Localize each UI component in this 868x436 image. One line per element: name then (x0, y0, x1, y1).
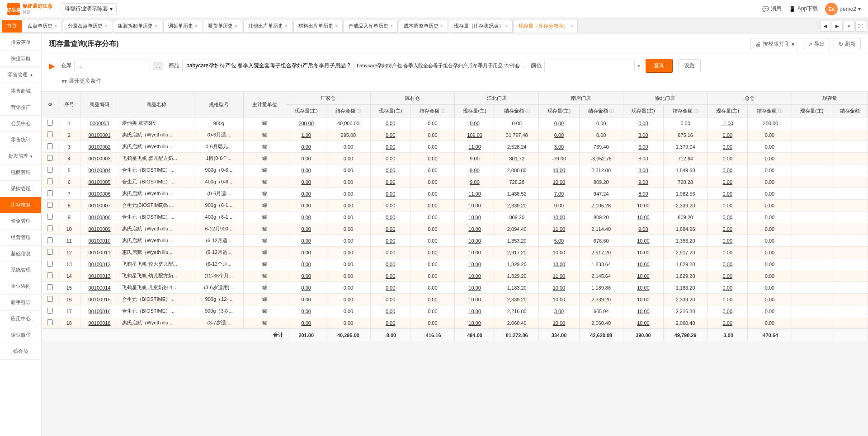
cell-code[interactable]: 00100011 (80, 247, 119, 258)
cell-cl-cur[interactable]: 0.00 (370, 141, 410, 153)
cell-code[interactable]: 00100002 (80, 141, 119, 153)
cell-jb-cur[interactable]: 109.00 (454, 129, 495, 141)
cell-tot-cur[interactable]: 0.00 (708, 247, 748, 258)
cell-code[interactable]: 00100014 (80, 282, 119, 294)
cell-cl-cur[interactable]: 0.00 (370, 117, 410, 129)
cell-f-cur[interactable]: 0.00 (286, 235, 326, 247)
cell-jb-cur[interactable]: 10.00 (454, 247, 495, 258)
goods-input[interactable] (182, 60, 354, 72)
tot-amt-info-icon[interactable]: ⓘ (778, 108, 783, 113)
cell-cl-cur[interactable]: 0.00 (370, 176, 410, 188)
app-download-btn[interactable]: 📱 App下载 (789, 5, 818, 13)
cell-na-cur[interactable]: 3.00 (539, 305, 579, 317)
sidebar-item-system[interactable]: 系统管理 (0, 262, 41, 278)
cell-yb-cur[interactable]: 10.00 (623, 282, 663, 294)
tab-home[interactable]: 首页 (2, 20, 22, 33)
sidebar-item-member[interactable]: 会员中心 (0, 116, 41, 132)
cell-jb-cur[interactable]: 10.00 (454, 305, 495, 317)
cell-tot-cur[interactable]: 0.00 (708, 270, 748, 282)
sidebar-item-marketing[interactable]: 营销推广 (0, 99, 41, 116)
sidebar-item-retail-mgmt[interactable]: 零售管理 ▲ (0, 67, 41, 83)
cell-checkbox[interactable] (42, 129, 58, 141)
cell-cl-cur[interactable]: 0.00 (370, 235, 410, 247)
cell-jb-cur[interactable]: 9.00 (454, 176, 495, 188)
cell-cl-cur[interactable]: 0.00 (370, 200, 410, 211)
cell-na-cur[interactable]: 5.00 (539, 235, 579, 247)
sidebar-item-operations[interactable]: 经营管理 (0, 230, 41, 246)
cell-tot-cur[interactable]: 0.00 (708, 200, 748, 211)
cell-f-cur[interactable]: 0.00 (286, 164, 326, 176)
tab-product-in[interactable]: 产成品入库单历史 × (344, 20, 398, 33)
cell-code[interactable]: 00100013 (80, 270, 119, 282)
cell-yb-cur[interactable]: 10.00 (623, 317, 663, 329)
cl-amt-info-icon[interactable]: ⓘ (441, 108, 445, 113)
tab-other-out[interactable]: 其他出库单历史 × (243, 20, 292, 33)
cell-code[interactable]: 00100003 (80, 153, 119, 164)
cell-yb-cur[interactable]: 8.00 (623, 153, 663, 164)
print-btn[interactable]: 🖨 按模版打印 ▾ (750, 38, 799, 50)
cell-cl-cur[interactable]: 0.00 (370, 294, 410, 305)
settings-gear-icon[interactable]: ⚙ (48, 102, 52, 107)
cell-tot-cur[interactable]: 0.00 (708, 129, 748, 141)
cell-checkbox[interactable] (42, 164, 58, 176)
cell-yb-cur[interactable]: 10.00 (623, 200, 663, 211)
cell-cl-cur[interactable]: 0.00 (370, 164, 410, 176)
cell-f-cur[interactable]: 0.00 (286, 294, 326, 305)
cell-tot-cur[interactable]: 0.00 (708, 176, 748, 188)
cell-na-cur[interactable]: 7.00 (539, 188, 579, 200)
cell-jb-cur[interactable]: 9.00 (454, 164, 495, 176)
cell-jb-cur[interactable]: 10.00 (454, 235, 495, 247)
cell-code[interactable]: 00100001 (80, 129, 119, 141)
cell-tot-cur[interactable]: 0.00 (708, 141, 748, 153)
cell-tot-cur[interactable]: 0.00 (708, 153, 748, 164)
cell-jb-cur[interactable]: 10.00 (454, 200, 495, 211)
cell-jb-cur[interactable]: 10.00 (454, 317, 495, 329)
cell-f-cur[interactable]: 0.00 (286, 141, 326, 153)
tab-order-close[interactable]: × (235, 23, 237, 28)
tab-order[interactable]: 要货单历史 × (203, 20, 242, 33)
cell-f-cur[interactable]: 0.00 (286, 247, 326, 258)
tab-next-btn[interactable]: ▶ (832, 21, 843, 32)
cell-cl-cur[interactable]: 0.00 (370, 305, 410, 317)
cell-jb-cur[interactable]: 9.00 (454, 153, 495, 164)
cell-yb-cur[interactable]: 10.00 (623, 247, 663, 258)
tab-product-in-close[interactable]: × (390, 23, 393, 28)
cell-yb-cur[interactable]: 3.00 (623, 129, 663, 141)
sidebar-item-ecommerce[interactable]: 电商管理 (0, 164, 41, 181)
cell-yb-cur[interactable]: 10.00 (623, 258, 663, 270)
na-amt-info-icon[interactable]: ⓘ (609, 108, 614, 113)
cell-code[interactable]: 00100015 (80, 294, 119, 305)
sidebar-item-inventory[interactable]: 库存核算 (0, 197, 41, 213)
cell-code[interactable]: 00100008 (80, 211, 119, 223)
cell-code[interactable]: 00100005 (80, 176, 119, 188)
cell-na-cur[interactable]: 10.00 (539, 164, 579, 176)
cell-yb-cur[interactable]: 6.00 (623, 141, 663, 153)
cell-checkbox[interactable] (42, 270, 58, 282)
cell-jb-cur[interactable]: 10.00 (454, 294, 495, 305)
cell-code[interactable]: 00100009 (80, 223, 119, 235)
export-btn[interactable]: ↗ 导出 (803, 38, 830, 50)
cell-jb-cur[interactable]: 11.00 (454, 188, 495, 200)
cell-yb-cur[interactable]: 10.00 (623, 211, 663, 223)
cell-checkbox[interactable] (42, 153, 58, 164)
cell-jb-cur[interactable]: 10.00 (454, 282, 495, 294)
cell-checkbox[interactable] (42, 305, 58, 317)
sidebar-item-basic-info[interactable]: 基础信息 (0, 246, 41, 262)
cell-cl-cur[interactable]: 0.00 (370, 247, 410, 258)
cell-na-cur[interactable]: 10.00 (539, 176, 579, 188)
cell-checkbox[interactable] (42, 223, 58, 235)
cell-tot-cur[interactable]: 0.00 (708, 305, 748, 317)
cell-code[interactable]: 00100012 (80, 258, 119, 270)
cell-checkbox[interactable] (42, 282, 58, 294)
sidebar-item-quick-nav[interactable]: 快捷导航 (0, 51, 41, 67)
tab-material-out[interactable]: 材料出库单历史 × (293, 20, 343, 33)
cell-f-cur[interactable]: 200.00 (286, 117, 326, 129)
cell-f-cur[interactable]: 0.00 (286, 211, 326, 223)
cell-na-cur[interactable]: 10.00 (539, 282, 579, 294)
cell-checkbox[interactable] (42, 294, 58, 305)
cell-f-cur[interactable]: 0.00 (286, 188, 326, 200)
sidebar-item-enterprise[interactable]: 企业协同 (0, 278, 41, 295)
sidebar-item-search[interactable]: 搜索英单 (0, 34, 41, 51)
cell-na-cur[interactable]: -39.00 (539, 153, 579, 164)
cell-f-cur[interactable]: 0.00 (286, 282, 326, 294)
